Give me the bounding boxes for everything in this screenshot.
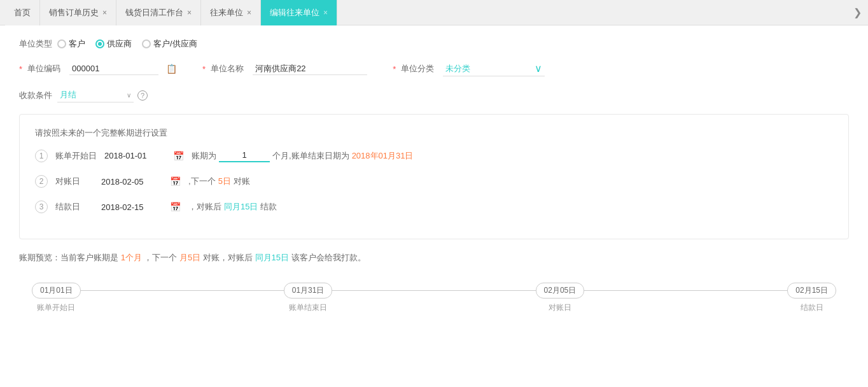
payment-terms-select[interactable]: 月结 ∨: [57, 88, 134, 102]
tab-sales-history-label: 销售订单历史: [49, 7, 99, 18]
step-3-desc: ，对账后 同月15日 结款: [188, 201, 277, 213]
billing-period-section: 请按照未来的一个完整帐期进行设置 1 账单开始日 2018-01-01 📅 账期…: [19, 114, 849, 239]
timeline-point-1: 01月01日 账单开始日: [32, 283, 81, 313]
timeline-points: 01月01日 账单开始日 01月31日 账单结束日 02月05日 对账日 02月…: [32, 283, 836, 313]
step-2-desc: ,下一个 5日 对账: [188, 176, 250, 187]
tab-sales-history[interactable]: 销售订单历史 ×: [40, 0, 116, 25]
tab-edit-partner-label: 编辑往来单位: [270, 7, 319, 18]
unit-category-chevron-icon: ∨: [535, 62, 542, 74]
tab-more-button[interactable]: ❯: [847, 6, 868, 18]
unit-name-label: 单位名称: [211, 63, 244, 74]
step-2-highlight: 5日: [218, 176, 231, 187]
unit-category-group: * 单位分类 未分类 ∨: [393, 61, 545, 76]
preview-mid-highlight1: 月5日: [179, 253, 200, 262]
tabs-bar: 首页 销售订单历史 × 钱货日清工作台 × 往来单位 × 编辑往来单位 × ❯: [0, 0, 868, 25]
radio-supplier-label: 供应商: [107, 38, 132, 50]
radio-supplier[interactable]: 供应商: [95, 38, 132, 50]
step-3-highlight: 同月15日: [224, 201, 258, 213]
unit-code-calendar-icon[interactable]: 📋: [166, 64, 177, 74]
step-2-prefix: ,下一个: [188, 176, 216, 187]
step-1-desc: 账期为 个月,账单结束日期为 2018年01月31日: [192, 149, 413, 162]
preview-mid-highlight2: 同月15日: [255, 253, 289, 262]
period-value-input[interactable]: [219, 149, 270, 162]
step-num-3: 3: [35, 201, 48, 213]
radio-customer-circle: [57, 39, 66, 48]
unit-code-group: * 单位编码 📋: [19, 62, 177, 75]
step-date-1: 2018-01-01: [104, 151, 162, 160]
radio-both[interactable]: 客户/供应商: [142, 38, 197, 50]
tab-cash-work-close[interactable]: ×: [187, 8, 192, 17]
unit-name-input[interactable]: [253, 62, 367, 75]
tab-partner-unit-close[interactable]: ×: [247, 8, 251, 17]
radio-group-unit-type: 客户 供应商 客户/供应商: [57, 38, 197, 50]
tab-cash-work-label: 钱货日清工作台: [125, 7, 183, 18]
preview-mid2: 对账，对账后: [203, 253, 253, 262]
timeline-date-badge-2: 01月31日: [284, 283, 333, 299]
radio-both-circle: [142, 39, 151, 48]
preview-duration: 1个月: [121, 253, 142, 262]
timeline-label-2: 账单结束日: [289, 302, 327, 313]
timeline-point-2: 01月31日 账单结束日: [284, 283, 333, 313]
payment-terms-chevron-icon: ∨: [127, 92, 131, 99]
timeline-date-badge-1: 01月01日: [32, 283, 81, 299]
unit-name-group: * 单位名称: [202, 62, 367, 75]
timeline-point-4: 02月15日 结款日: [787, 283, 836, 313]
radio-both-label: 客户/供应商: [153, 38, 197, 50]
radio-supplier-circle: [95, 39, 104, 48]
tab-home-label: 首页: [14, 7, 31, 18]
tab-partner-unit-label: 往来单位: [210, 7, 243, 18]
unit-category-required-star: *: [393, 64, 396, 74]
step-num-2: 2: [35, 175, 48, 188]
unit-name-required-star: *: [202, 64, 206, 74]
tab-partner-unit[interactable]: 往来单位 ×: [201, 0, 261, 25]
unit-type-row: 单位类型 客户 供应商 客户/供应商: [19, 38, 849, 50]
step-1-period-unit: 个月,账单结束日期为: [272, 150, 349, 162]
tab-home[interactable]: 首页: [5, 0, 40, 25]
timeline-label-4: 结款日: [801, 302, 823, 313]
tab-edit-partner-close[interactable]: ×: [323, 8, 328, 17]
unit-code-input[interactable]: [69, 62, 158, 75]
step-1-end-date: 2018年01月31日: [352, 150, 414, 162]
radio-customer-label: 客户: [69, 38, 85, 50]
preview-row: 账期预览：当前客户账期是 1个月 ，下一个 月5日 对账，对账后 同月15日 该…: [19, 252, 849, 264]
step-row-1: 1 账单开始日 2018-01-01 📅 账期为 个月,账单结束日期为 2018…: [35, 149, 833, 162]
preview-suffix: 该客户会给我打款。: [291, 253, 366, 262]
step-label-3: 结款日: [55, 201, 94, 213]
page-content: 单位类型 客户 供应商 客户/供应商 * 单位编码 📋 * 单位名称: [0, 25, 868, 387]
step-label-2: 对账日: [55, 176, 94, 187]
unit-fields-row: * 单位编码 📋 * 单位名称 * 单位分类 未分类 ∨: [19, 61, 849, 76]
unit-type-label: 单位类型: [19, 38, 52, 50]
tab-edit-partner[interactable]: 编辑往来单位 ×: [261, 0, 337, 25]
section-hint: 请按照未来的一个完整帐期进行设置: [35, 127, 833, 139]
timeline-label-3: 对账日: [549, 302, 571, 313]
step-row-3: 3 结款日 2018-02-15 📅 ，对账后 同月15日 结款: [35, 201, 833, 213]
step-2-calendar-icon[interactable]: 📅: [170, 176, 181, 186]
payment-terms-help-icon[interactable]: ?: [137, 90, 148, 101]
step-2-suffix: 对账: [234, 176, 250, 187]
step-label-1: 账单开始日: [55, 150, 97, 162]
tab-sales-history-close[interactable]: ×: [102, 8, 107, 17]
payment-terms-label: 收款条件: [19, 90, 52, 101]
payment-terms-row: 收款条件 月结 ∨ ?: [19, 88, 849, 102]
unit-code-required-star: *: [19, 64, 22, 74]
preview-prefix: 账期预览：当前客户账期是: [19, 253, 118, 262]
timeline-container: 01月01日 账单开始日 01月31日 账单结束日 02月05日 对账日 02月…: [19, 276, 849, 332]
timeline-label-1: 账单开始日: [37, 302, 75, 313]
step-3-calendar-icon[interactable]: 📅: [170, 202, 181, 212]
tab-cash-work[interactable]: 钱货日清工作台 ×: [116, 0, 201, 25]
payment-terms-value: 月结: [60, 89, 124, 101]
radio-customer[interactable]: 客户: [57, 38, 85, 50]
step-1-calendar-icon[interactable]: 📅: [173, 151, 184, 161]
step-3-prefix: ，对账后: [188, 201, 221, 213]
timeline-date-badge-3: 02月05日: [536, 283, 585, 299]
step-date-2: 2018-02-05: [101, 177, 158, 186]
step-row-2: 2 对账日 2018-02-05 📅 ,下一个 5日 对账: [35, 175, 833, 188]
step-num-1: 1: [35, 150, 48, 162]
timeline-date-badge-4: 02月15日: [787, 283, 836, 299]
step-3-suffix: 结款: [260, 201, 277, 213]
step-1-period-label: 账期为: [192, 150, 216, 162]
step-date-3: 2018-02-15: [101, 202, 158, 212]
timeline-point-3: 02月05日 对账日: [536, 283, 585, 313]
unit-category-select[interactable]: 未分类 ∨: [443, 61, 545, 76]
unit-category-label: 单位分类: [401, 63, 434, 74]
